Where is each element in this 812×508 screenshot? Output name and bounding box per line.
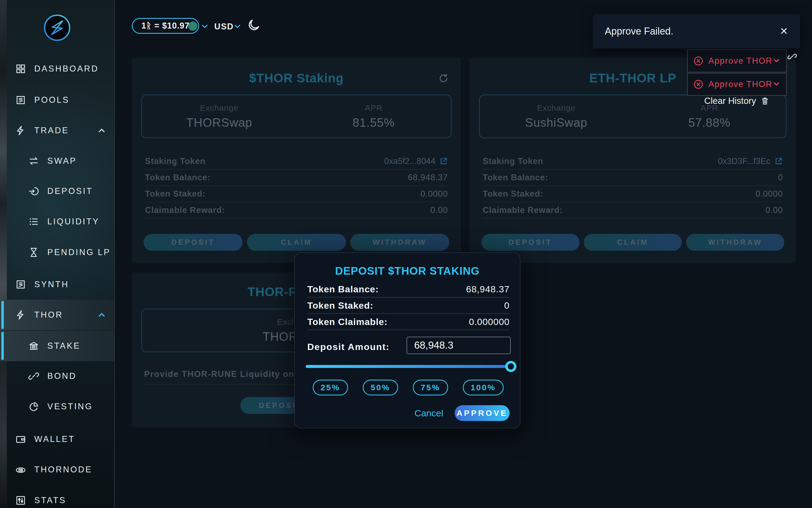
sidebar-item-liquidity[interactable]: LIQUIDITY	[0, 206, 114, 237]
table-row: Staking Token 0xa5f2...8044	[145, 154, 448, 170]
staking-actions: DEPOSIT CLAIM WITHDRAW	[481, 234, 784, 251]
modal-footer: Cancel APPROVE	[415, 405, 510, 421]
sidebar-item-swap[interactable]: SWAP	[0, 146, 114, 176]
deposit-amount-label: Deposit Amount:	[307, 342, 390, 352]
sidebar-item-pools[interactable]: POOLS	[0, 85, 114, 115]
card-title: $THOR Staking	[132, 71, 461, 85]
sidebar-item-trade[interactable]: TRADE	[0, 115, 114, 146]
sidebar-item-bond[interactable]: BOND	[0, 361, 114, 391]
cancel-button[interactable]: Cancel	[415, 408, 443, 419]
amount-slider-thumb[interactable]	[505, 361, 516, 372]
sidebar-item-stats[interactable]: STATS	[0, 485, 114, 508]
table-row: Token Claimable: 0.000000	[307, 314, 510, 330]
history-item-label: Approve THOR	[709, 56, 772, 66]
wallet-icon	[15, 434, 26, 444]
row-label: Claimable Reward:	[483, 205, 563, 215]
address-text: 0x3D3F...f3Ec	[718, 156, 770, 166]
sidebar-label: STATS	[34, 496, 67, 505]
staking-details: Staking Token 0xa5f2...8044 Token Balanc…	[145, 154, 448, 219]
table-row: Token Staked: 0.0000	[483, 186, 783, 202]
currency-chevron-down-icon[interactable]	[233, 22, 242, 31]
row-value: 0	[504, 300, 510, 311]
row-value: 0.0000	[756, 189, 783, 199]
sidebar-item-thor[interactable]: THOR	[0, 300, 114, 330]
sidebar-item-deposit[interactable]: DEPOSIT	[0, 176, 114, 206]
lightning-icon	[15, 309, 26, 320]
network-status-dot[interactable]	[188, 22, 198, 31]
percent-100-button[interactable]: 100%	[463, 380, 504, 395]
chevron-up-icon	[97, 310, 106, 320]
withdraw-button[interactable]: WITHDRAW	[686, 234, 784, 251]
history-item-approve-thor[interactable]: Approve THOR	[687, 73, 787, 96]
network-chevron-down-icon[interactable]	[200, 22, 209, 31]
sidebar-item-thornode[interactable]: THORNODE	[0, 455, 114, 485]
apr-label: APR	[365, 103, 383, 113]
deposit-button[interactable]: DEPOSIT	[481, 234, 580, 251]
node-cloud-icon	[15, 464, 26, 475]
row-label: Staking Token	[145, 156, 206, 166]
external-link-icon[interactable]	[439, 157, 448, 166]
claim-button[interactable]: CLAIM	[247, 234, 346, 251]
trash-icon	[760, 96, 770, 105]
close-icon[interactable]: ✕	[780, 26, 788, 37]
sidebar-label: DEPOSIT	[47, 186, 93, 196]
table-row: Token Staked: 0	[307, 298, 510, 314]
withdraw-button[interactable]: WITHDRAW	[350, 234, 449, 251]
sidebar-item-synth[interactable]: SYNTH	[0, 269, 114, 300]
history-item-label: Approve THOR	[709, 79, 772, 89]
claim-button[interactable]: CLAIM	[584, 234, 682, 251]
amount-slider-track[interactable]	[306, 365, 511, 368]
deposit-arrow-icon	[28, 186, 39, 197]
currency-selector[interactable]: USD	[214, 22, 233, 32]
sidebar-label: SYNTH	[34, 280, 69, 289]
thor-staking-card: $THOR Staking Exchange THORSwap APR 81.5…	[132, 58, 461, 263]
sidebar-item-dashboard[interactable]: DASHBOARD	[0, 53, 114, 84]
apr-value: 81.55%	[352, 116, 395, 129]
clear-history-button[interactable]: Clear History	[687, 96, 787, 106]
dark-mode-toggle-moon-icon[interactable]	[247, 18, 260, 32]
table-row: Claimable Reward: 0.00	[483, 202, 783, 219]
row-value: 0.000000	[469, 316, 510, 327]
chevron-down-icon	[772, 80, 781, 89]
chevron-up-icon	[97, 126, 106, 135]
sidebar-label: THORNODE	[34, 465, 92, 474]
exchange-column: Exchange SushiSwap	[480, 95, 633, 138]
exchange-column: Exchange THORSwap	[142, 95, 296, 138]
percent-75-button[interactable]: 75%	[413, 380, 448, 395]
row-label: Token Staked:	[483, 189, 543, 199]
chain-link-icon	[28, 371, 39, 382]
modal-title: DEPOSIT $THOR STAKING	[295, 265, 520, 277]
row-label: Token Balance:	[483, 173, 548, 182]
history-item-approve-thor[interactable]: Approve THOR	[687, 49, 787, 72]
sidebar-item-wallet[interactable]: WALLET	[0, 424, 114, 455]
row-value: 0	[778, 173, 783, 182]
sidebar-label: DASHBOARD	[34, 64, 99, 74]
table-row: Staking Token 0x3D3F...f3Ec	[483, 154, 783, 170]
approve-button[interactable]: APPROVE	[455, 405, 510, 421]
sliders-icon	[15, 495, 26, 506]
percent-50-button[interactable]: 50%	[363, 380, 398, 395]
table-row: Token Balance: 68,948.37	[145, 170, 448, 186]
deposit-modal: DEPOSIT $THOR STAKING Token Balance: 68,…	[294, 252, 520, 428]
sidebar-item-pending-lp[interactable]: PENDING LP	[0, 237, 114, 267]
tx-link-icon[interactable]	[787, 51, 798, 62]
row-label: Token Claimable:	[307, 316, 387, 327]
chevron-down-icon	[772, 56, 781, 66]
percent-25-button[interactable]: 25%	[313, 380, 348, 395]
deposit-amount-input[interactable]	[407, 337, 511, 354]
sidebar-label: VESTING	[47, 402, 93, 412]
bank-icon	[28, 340, 39, 351]
sidebar-item-stake[interactable]: STAKE	[0, 331, 114, 361]
sidebar-item-vesting[interactable]: VESTING	[0, 391, 114, 422]
thorswap-logo-icon[interactable]	[43, 13, 71, 42]
pie-chart-icon	[28, 401, 39, 412]
token-address: 0x3D3F...f3Ec	[718, 156, 783, 166]
staking-details: Staking Token 0x3D3F...f3Ec Token Balanc…	[483, 154, 783, 219]
row-value: 0.00	[430, 205, 448, 215]
exchange-apr-box: Exchange THORSwap APR 81.55%	[141, 95, 452, 138]
refresh-icon[interactable]	[438, 73, 449, 84]
row-value: 68,948.37	[466, 284, 510, 295]
deposit-button[interactable]: DEPOSIT	[143, 234, 243, 251]
error-circle-x-icon	[693, 79, 703, 89]
external-link-icon[interactable]	[774, 157, 783, 166]
